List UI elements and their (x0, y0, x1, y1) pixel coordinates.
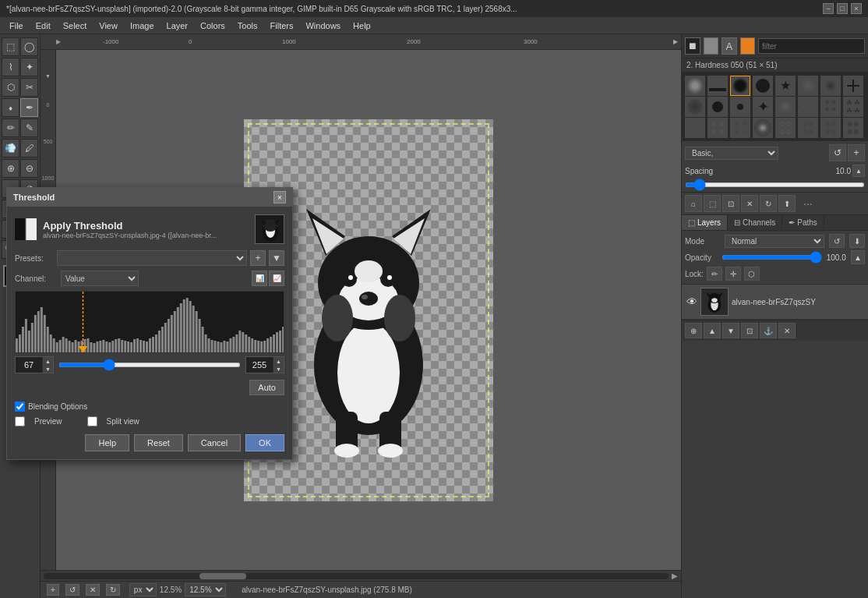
status-refresh-btn[interactable]: ↻ (106, 584, 120, 596)
menu-help[interactable]: Help (347, 19, 377, 32)
dialog-close-btn[interactable]: × (273, 191, 286, 203)
duplicate-layer-btn[interactable]: ⊡ (741, 323, 758, 338)
tool-scissors[interactable]: ✂ (20, 78, 38, 97)
tab-paths[interactable]: ✒ Paths (782, 215, 824, 230)
raise-layer-btn[interactable]: ▲ (704, 323, 721, 338)
maximize-btn[interactable]: □ (837, 3, 848, 14)
high-spin-down[interactable]: ▼ (273, 365, 284, 373)
brush-item[interactable]: ✿✿✿✿ (775, 118, 796, 138)
lock-paint-btn[interactable]: ✏ (707, 267, 722, 281)
tool-clone[interactable]: ⊕ (2, 159, 19, 178)
brush-opt-btn1[interactable]: ↺ (829, 144, 846, 161)
low-spin-up[interactable]: ▲ (42, 357, 53, 365)
anchor-layer-btn[interactable]: ⚓ (760, 323, 777, 338)
brush-item[interactable] (775, 97, 796, 117)
lock-alpha-btn[interactable]: ⬡ (744, 267, 760, 281)
brush-color-icon[interactable] (740, 37, 756, 55)
status-undo-btn[interactable]: ↺ (65, 584, 79, 596)
brush-item[interactable] (798, 76, 818, 96)
brush-item[interactable] (753, 76, 773, 96)
minimize-btn[interactable]: − (823, 3, 834, 14)
brush-item[interactable]: ✾✾✾✾ (820, 118, 841, 138)
brush-item[interactable]: ★ (775, 76, 796, 96)
new-layer-from-visible-btn[interactable]: ⊕ (685, 323, 702, 338)
cancel-button[interactable]: Cancel (188, 434, 241, 451)
brush-item[interactable]: ✦ (753, 97, 773, 117)
tool-ink[interactable]: 🖊 (20, 139, 38, 157)
export-brush-btn[interactable]: ⬆ (778, 195, 796, 212)
brush-item[interactable]: ⁘⁘⁘⁘ (685, 118, 705, 138)
tool-rect-select[interactable]: ⬚ (2, 37, 19, 56)
preview-checkbox[interactable] (15, 416, 25, 426)
more-options[interactable]: ··· (797, 195, 819, 212)
layer-item[interactable]: 👁 alvan-nee-brFsZ7qszSY (682, 285, 868, 320)
channel-linear-btn[interactable]: 📈 (269, 271, 284, 286)
brush-pattern-icon[interactable] (704, 37, 719, 55)
tool-free-select[interactable]: ⌇ (2, 58, 19, 76)
brush-item[interactable] (685, 97, 705, 117)
channel-select[interactable]: Value (61, 271, 139, 286)
reset-button[interactable]: Reset (134, 434, 183, 451)
delete-layer-btn[interactable]: ✕ (778, 323, 796, 338)
menu-tools[interactable]: Tools (231, 19, 264, 32)
menu-windows[interactable]: Windows (299, 19, 347, 32)
blending-checkbox[interactable] (15, 402, 25, 412)
zoom-select[interactable]: 12.5% (185, 583, 226, 596)
mode-select[interactable]: Normal (725, 235, 824, 248)
tool-heal[interactable]: ⊖ (20, 159, 38, 178)
tool-ellipse-select[interactable]: ◯ (20, 37, 38, 56)
unit-select[interactable]: px (129, 583, 157, 596)
brush-item[interactable]: ⚘ ⚘⚘ ⚘ (730, 118, 750, 138)
brush-item[interactable] (707, 76, 728, 96)
menu-colors[interactable]: Colors (194, 19, 231, 32)
menu-filters[interactable]: Filters (264, 19, 300, 32)
help-button[interactable]: Help (85, 434, 129, 451)
brush-text-icon[interactable]: A (722, 37, 737, 55)
brush-opt-btn2[interactable]: + (848, 144, 865, 161)
opacity-slider[interactable] (722, 255, 822, 260)
layer-visibility-eye[interactable]: 👁 (686, 295, 697, 308)
menu-edit[interactable]: Edit (30, 19, 57, 32)
brush-item[interactable] (707, 97, 728, 117)
preset-menu-btn[interactable]: ▼ (269, 250, 284, 266)
brush-item[interactable] (843, 76, 863, 96)
tool-paths[interactable]: ✒ (20, 98, 38, 117)
tool-airbrush[interactable]: 💨 (2, 139, 19, 157)
low-spin-down[interactable]: ▼ (42, 365, 53, 373)
tab-channels[interactable]: ⊟ Channels (728, 215, 782, 230)
brush-item[interactable] (730, 97, 750, 117)
brush-item[interactable]: ⊕⊕⊕⊕ (843, 118, 863, 138)
high-spin-up[interactable]: ▲ (273, 357, 284, 365)
refresh-brush-btn[interactable]: ↻ (760, 195, 777, 212)
transform-btn[interactable]: ⬚ (704, 195, 721, 212)
mode-reset-btn[interactable]: ↺ (829, 234, 845, 248)
menu-select[interactable]: Select (57, 19, 94, 32)
status-delete-btn[interactable]: ✕ (86, 584, 100, 596)
scrollbar-thumb[interactable] (199, 573, 246, 579)
brush-item[interactable]: ✳ ✳✳ ✳ (820, 97, 841, 117)
brush-item[interactable] (685, 76, 705, 96)
split-checkbox[interactable] (87, 416, 97, 426)
menu-image[interactable]: Image (124, 19, 161, 32)
spacing-slider[interactable] (685, 182, 865, 187)
horizontal-scrollbar[interactable]: ▶ (41, 570, 681, 581)
status-new-btn[interactable]: + (47, 584, 59, 596)
opacity-up-btn[interactable]: ▲ (851, 250, 865, 264)
brush-item[interactable] (753, 118, 773, 138)
brush-filter-input[interactable] (758, 38, 865, 54)
tool-foreground[interactable]: ⬧ (2, 98, 19, 117)
spacing-up-btn[interactable]: ▲ (852, 165, 865, 177)
tool-paint[interactable]: ✏ (2, 119, 19, 137)
brush-item[interactable]: · · ·· · · (798, 97, 818, 117)
threshold-slider[interactable] (58, 363, 241, 367)
delete-brush-btn[interactable]: ✕ (741, 195, 758, 212)
dialog-title-bar[interactable]: Threshold × (7, 188, 292, 207)
lower-layer-btn[interactable]: ▼ (722, 323, 739, 338)
close-btn[interactable]: × (851, 3, 862, 14)
menu-layer[interactable]: Layer (161, 19, 195, 32)
brush-item[interactable]: ❄ ❄❄ ❄ (707, 118, 728, 138)
tab-layers[interactable]: ⬚ Layers (682, 215, 728, 230)
menu-file[interactable]: File (3, 19, 30, 32)
brush-item[interactable] (820, 76, 841, 96)
channel-hist-btn[interactable]: 📊 (252, 271, 267, 286)
